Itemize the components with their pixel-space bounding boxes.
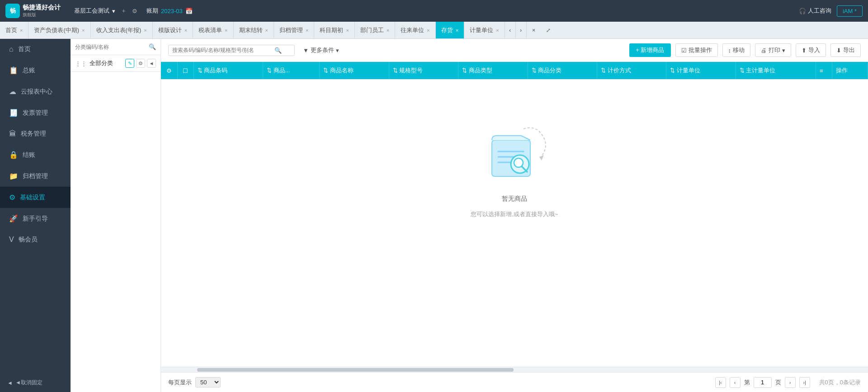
tab-expand-btn[interactable]: ⤢	[541, 22, 556, 39]
company-selector[interactable]: 基层工会测试 ▾	[74, 7, 115, 15]
sidebar-item-home[interactable]: ⌂ 首页	[0, 39, 71, 60]
tab-template-close[interactable]: ×	[184, 28, 187, 33]
top-header: 畅 畅捷通好会计 旗舰版 基层工会测试 ▾ ＋ ⚙ 账期 2023-03 📅 🎧…	[0, 0, 868, 22]
tab-archive-close[interactable]: ×	[306, 28, 308, 33]
th-main-unit[interactable]: ⇅ 主计量单位	[736, 62, 816, 79]
settings-icon[interactable]: ⚙	[132, 8, 137, 14]
next-page-btn[interactable]: ›	[785, 377, 796, 388]
tab-subject-close[interactable]: ×	[346, 28, 349, 33]
print-btn[interactable]: 🖨 打印 ▾	[755, 43, 791, 57]
period-value[interactable]: 2023-03	[161, 8, 183, 14]
tab-subject[interactable]: 科目期初 ×	[314, 22, 354, 39]
tab-period-close[interactable]: ×	[265, 28, 268, 33]
tab-home-close[interactable]: ×	[20, 28, 23, 33]
category-collapse-btn[interactable]: ◄	[147, 59, 156, 68]
th-category[interactable]: ⇅ 商品分类	[528, 62, 597, 79]
tab-close-all-btn[interactable]: ×	[527, 22, 541, 39]
per-page-label: 每页显示	[168, 378, 192, 387]
sidebar-item-guide[interactable]: 🚀 新手引导	[0, 208, 71, 229]
add-product-btn[interactable]: + 新增商品	[629, 43, 670, 57]
sidebar-item-ledger[interactable]: 📋 总账	[0, 60, 71, 81]
tab-taxclear-close[interactable]: ×	[225, 28, 227, 33]
account-btn[interactable]: iAM *	[837, 5, 863, 17]
sidebar-item-settings[interactable]: ⚙ 基础设置	[0, 187, 71, 208]
tab-partner[interactable]: 往来单位 ×	[395, 22, 435, 39]
th-unit-sort: ⇅	[670, 67, 675, 74]
batch-btn[interactable]: ☑ 批量操作	[675, 43, 718, 57]
tab-period-label: 期末结转	[239, 26, 263, 34]
th-code[interactable]: ⇅ 商品...	[263, 62, 320, 79]
all-category-label[interactable]: 全部分类	[90, 59, 113, 67]
tab-balance-label: 资产负债表(中期)	[34, 26, 79, 34]
sidebar-invoice-label: 发票管理	[23, 109, 48, 117]
th-unit[interactable]: ⇅ 计量单位	[666, 62, 736, 79]
search-input[interactable]	[172, 47, 272, 53]
tab-balance-close[interactable]: ×	[82, 28, 85, 33]
sidebar-item-vip[interactable]: V 畅会员	[0, 229, 71, 250]
last-page-btn[interactable]: ›|	[799, 377, 810, 388]
add-company-btn[interactable]: ＋	[121, 7, 127, 15]
tab-income[interactable]: 收入支出表(年报) ×	[91, 22, 153, 39]
th-check[interactable]: ☐	[177, 62, 193, 79]
toolbar-right: + 新增商品 ☑ 批量操作 ↕ 移动 🖨 打印 ▾	[629, 43, 861, 57]
import-btn[interactable]: ⬆ 导入	[796, 43, 826, 57]
th-name[interactable]: ⇅ 商品名称	[320, 62, 389, 79]
tab-unit[interactable]: 计量单位 ×	[464, 22, 505, 39]
category-settings-btn[interactable]: ⚙	[136, 59, 145, 68]
category-header: ⋮⋮ 全部分类 ✎ ⚙ ◄	[71, 55, 160, 72]
sidebar-item-reports[interactable]: ☁ 云报表中心	[0, 81, 71, 102]
tab-archive[interactable]: 归档管理 ×	[274, 22, 314, 39]
empty-state: 暂无商品 您可以选择新增,或者直接导入哦~	[161, 79, 868, 255]
service-btn[interactable]: 🎧 人工咨询	[799, 7, 831, 15]
tab-dept[interactable]: 部门员工 ×	[355, 22, 395, 39]
tab-prev-btn[interactable]: ‹	[505, 22, 516, 39]
move-btn[interactable]: ↕ 移动	[722, 43, 751, 57]
tab-inventory[interactable]: 存货 ×	[436, 22, 464, 39]
tab-home[interactable]: 首页 ×	[0, 22, 28, 39]
category-action-icons: ✎ ⚙ ◄	[125, 59, 156, 68]
th-price-method[interactable]: ⇅ 计价方式	[597, 62, 666, 79]
th-config[interactable]: ⚙	[161, 62, 177, 79]
sidebar-item-invoice[interactable]: 🧾 发票管理	[0, 102, 71, 123]
page-input[interactable]	[754, 377, 772, 388]
tab-income-close[interactable]: ×	[144, 28, 146, 33]
tab-dept-close[interactable]: ×	[387, 28, 389, 33]
tab-bar: 首页 × 资产负债表(中期) × 收入支出表(年报) × 模版设计 × 税表清单…	[0, 22, 868, 39]
per-page-select[interactable]: 50 20 100	[195, 377, 221, 387]
th-spec-sort: ⇅	[393, 67, 398, 74]
headset-icon: 🎧	[799, 8, 806, 14]
sidebar-item-close[interactable]: 🔒 结账	[0, 144, 71, 165]
th-price-sort: ⇅	[601, 67, 606, 74]
prev-page-btn[interactable]: ‹	[730, 377, 741, 388]
th-spec[interactable]: ⇅ 规格型号	[389, 62, 458, 79]
sidebar-item-tax[interactable]: 🏛 税务管理	[0, 123, 71, 144]
export-btn[interactable]: ⬇ 导出	[830, 43, 861, 57]
horizontal-scrollbar[interactable]	[161, 367, 868, 372]
first-page-btn[interactable]: |‹	[715, 377, 726, 388]
search-icon[interactable]: 🔍	[274, 47, 282, 54]
tab-period[interactable]: 期末结转 ×	[234, 22, 274, 39]
sidebar-unpin-btn[interactable]: ◄ ◄取消固定	[0, 373, 71, 392]
close-books-icon: 🔒	[9, 151, 18, 159]
category-search-icon[interactable]: 🔍	[149, 43, 156, 50]
scrollbar-thumb[interactable]	[197, 368, 514, 372]
logo-area: 畅 畅捷通好会计 旗舰版	[5, 4, 69, 18]
inner-layout: 🔍 ⋮⋮ 全部分类 ✎ ⚙ ◄ �	[71, 39, 868, 392]
th-col3[interactable]: ≡	[816, 62, 832, 79]
tab-partner-close[interactable]: ×	[427, 28, 429, 33]
th-barcode[interactable]: ⇅ 商品条码	[193, 62, 263, 79]
category-search-input[interactable]	[75, 44, 146, 50]
tab-balance[interactable]: 资产负债表(中期) ×	[28, 22, 90, 39]
filter-btn[interactable]: ▼ 更多条件 ▾	[299, 44, 343, 56]
sidebar-item-archive[interactable]: 📁 归档管理	[0, 165, 71, 187]
th-type[interactable]: ⇅ 商品类型	[458, 62, 528, 79]
export-icon: ⬇	[836, 47, 841, 54]
main-layout: ⌂ 首页 📋 总账 ☁ 云报表中心 🧾 发票管理 🏛 税务管理 🔒 结账 📁 归…	[0, 39, 868, 392]
tab-unit-close[interactable]: ×	[496, 28, 499, 33]
tab-template[interactable]: 模版设计 ×	[153, 22, 193, 39]
category-edit-btn[interactable]: ✎	[125, 59, 134, 68]
tab-inventory-close[interactable]: ×	[456, 28, 458, 33]
tab-next-btn[interactable]: ›	[516, 22, 527, 39]
calendar-icon[interactable]: 📅	[185, 8, 193, 14]
tab-taxclear[interactable]: 税表清单 ×	[193, 22, 233, 39]
